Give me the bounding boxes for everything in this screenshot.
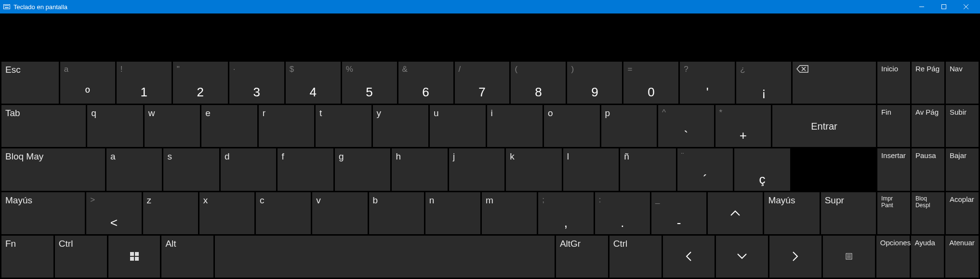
menu-icon [846, 253, 852, 260]
key-capslock[interactable]: Bloq May [1, 148, 105, 190]
key-tab[interactable]: Tab [1, 105, 86, 147]
key-ctrl-left[interactable]: Ctrl [55, 236, 107, 278]
key-u[interactable]: u [430, 105, 485, 147]
key-f[interactable]: f [278, 148, 333, 190]
row-4: Mayús >< z x c v b n m ;, :. _- Mayús Su… [1, 192, 979, 234]
svg-rect-3 [6, 5, 7, 6]
key-2[interactable]: "2 [173, 62, 228, 104]
maximize-button[interactable] [933, 0, 955, 13]
key-y[interactable]: y [373, 105, 428, 147]
key-arrow-right[interactable] [769, 236, 821, 278]
key-plus[interactable]: *+ [715, 105, 771, 147]
key-ñ[interactable]: ñ [620, 148, 675, 190]
key-context-menu[interactable] [823, 236, 875, 278]
key-8[interactable]: (8 [511, 62, 566, 104]
key-9[interactable]: )9 [567, 62, 622, 104]
key-nav[interactable]: Nav [946, 62, 979, 104]
key-arrow-left[interactable] [663, 236, 715, 278]
key-4[interactable]: $4 [286, 62, 341, 104]
key-arrow-up[interactable] [708, 192, 763, 234]
key-5[interactable]: %5 [342, 62, 397, 104]
key-t[interactable]: t [316, 105, 371, 147]
minimize-button[interactable] [911, 0, 933, 13]
key-s[interactable]: s [163, 148, 219, 190]
key-g[interactable]: g [335, 148, 390, 190]
key-a[interactable]: a [106, 148, 162, 190]
key-r[interactable]: r [259, 105, 314, 147]
key-k[interactable]: k [506, 148, 561, 190]
key-c[interactable]: c [256, 192, 311, 234]
key-o[interactable]: o [544, 105, 599, 147]
key-options[interactable]: Opciones [876, 236, 910, 278]
key-n[interactable]: n [425, 192, 480, 234]
key-period[interactable]: :. [595, 192, 650, 234]
key-l[interactable]: l [563, 148, 619, 190]
key-alt[interactable]: Alt [161, 236, 213, 278]
key-shift-left[interactable]: Mayús [1, 192, 85, 234]
key-acute[interactable]: ¨´ [677, 148, 733, 190]
key-esc[interactable]: Esc [1, 62, 59, 104]
key-delete[interactable]: Supr [821, 192, 876, 234]
svg-rect-13 [130, 252, 134, 256]
svg-rect-16 [135, 257, 139, 261]
key-pause[interactable]: Pausa [912, 148, 944, 190]
key-printscreen[interactable]: Impr Pant [877, 192, 910, 234]
key-angle[interactable]: >< [86, 192, 141, 234]
preview-area [0, 13, 980, 62]
key-w[interactable]: w [145, 105, 200, 147]
key-6[interactable]: &6 [398, 62, 453, 104]
key-altgr[interactable]: AltGr [556, 236, 608, 278]
key-3[interactable]: ·3 [229, 62, 284, 104]
key-ccedilla[interactable]: ç [734, 148, 790, 190]
key-ctrl-right[interactable]: Ctrl [609, 236, 662, 278]
key-up-side[interactable]: Subir [946, 105, 979, 147]
key-b[interactable]: b [369, 192, 424, 234]
key-shift-right[interactable]: Mayús [764, 192, 819, 234]
key-insert[interactable]: Insertar [877, 148, 910, 190]
key-p[interactable]: p [601, 105, 657, 147]
key-q[interactable]: q [87, 105, 143, 147]
key-i[interactable]: i [487, 105, 543, 147]
svg-rect-1 [4, 5, 5, 6]
key-arrow-down[interactable] [716, 236, 768, 278]
key-v[interactable]: v [312, 192, 367, 234]
key-pgdn[interactable]: Av Pág [912, 105, 944, 147]
key-e[interactable]: e [201, 105, 257, 147]
key-j[interactable]: j [449, 148, 504, 190]
key-dock[interactable]: Acoplar [946, 192, 979, 234]
key-1[interactable]: !1 [117, 62, 172, 104]
down-arrow-icon [737, 253, 747, 260]
key-grave[interactable]: aº [60, 62, 115, 104]
key-fade[interactable]: Atenuar [945, 236, 979, 278]
key-apostrophe[interactable]: ?' [680, 62, 735, 104]
key-comma[interactable]: ;, [538, 192, 593, 234]
key-x[interactable]: x [199, 192, 254, 234]
key-scrolllock[interactable]: Bloq Despl [912, 192, 944, 234]
key-invexcl[interactable]: ¿¡ [736, 62, 791, 104]
key-help[interactable]: Ayuda [911, 236, 944, 278]
key-end[interactable]: Fin [877, 105, 910, 147]
key-enter[interactable]: Entrar [772, 105, 876, 147]
close-button[interactable] [955, 0, 977, 13]
key-0[interactable]: =0 [623, 62, 678, 104]
key-m[interactable]: m [482, 192, 537, 234]
svg-rect-15 [130, 257, 134, 261]
key-h[interactable]: h [392, 148, 447, 190]
key-pgup[interactable]: Re Pág [912, 62, 944, 104]
key-down-side[interactable]: Bajar [946, 148, 979, 190]
keyboard: Esc aº !1 "2 ·3 $4 %5 &6 /7 (8 )9 =0 ?' … [0, 62, 980, 279]
key-backspace[interactable] [793, 62, 876, 104]
row-5: Fn Ctrl Alt AltGr Ctrl Opciones Ayuda At… [1, 236, 979, 278]
key-windows[interactable] [108, 236, 160, 278]
key-space[interactable] [215, 236, 555, 278]
key-dash[interactable]: _- [651, 192, 706, 234]
key-d[interactable]: d [221, 148, 276, 190]
key-home[interactable]: Inicio [877, 62, 910, 104]
key-fn[interactable]: Fn [1, 236, 53, 278]
row-3: Bloq May a s d f g h j k l ñ ¨´ ç Insert… [1, 148, 979, 190]
key-caret[interactable]: ^` [658, 105, 714, 147]
svg-rect-0 [4, 5, 10, 9]
key-7[interactable]: /7 [455, 62, 510, 104]
backspace-icon [796, 65, 809, 73]
key-z[interactable]: z [143, 192, 198, 234]
